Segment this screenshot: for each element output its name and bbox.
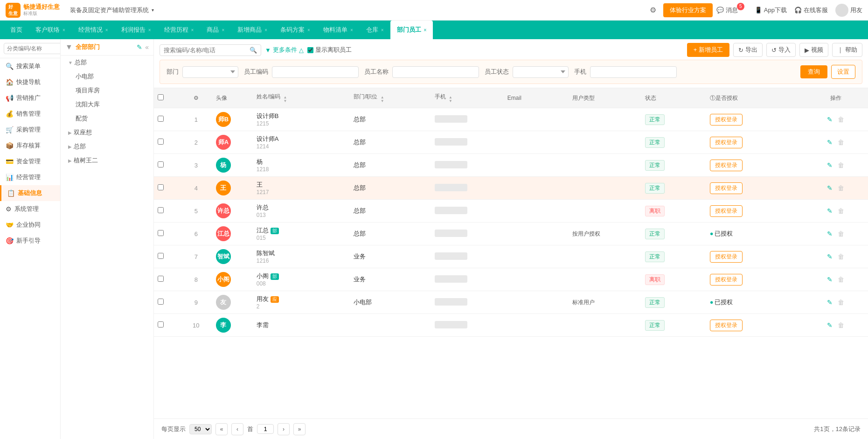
close-tab-icon[interactable]: × [222,28,224,33]
delete-button[interactable]: 🗑 [836,115,846,124]
nav-tab-商品[interactable]: 商品 × [200,21,231,39]
close-tab-icon[interactable]: × [148,28,151,33]
show-resigned-checkbox[interactable] [307,47,313,53]
sidebar-item-基础信息[interactable]: 📋 基础信息 [0,185,60,201]
emp-name-filter-input[interactable] [392,66,479,78]
select-all-checkbox[interactable] [158,94,164,100]
edit-button[interactable]: ✎ [825,321,834,330]
dept-collapse-btn[interactable]: « [145,43,149,51]
sort-dept-icon[interactable]: ▲▼ [381,96,384,103]
row-checkbox[interactable] [158,139,164,145]
close-tab-icon[interactable]: × [191,28,194,33]
set-button[interactable]: 设置 [831,65,855,79]
settings-icon-button[interactable]: ⚙ [646,4,660,17]
sidebar-item-采购管理[interactable]: 🛒 采购管理 [0,122,60,138]
dept-node-项目库房[interactable]: 项目库房 [61,84,153,98]
row-checkbox[interactable] [158,116,164,122]
close-tab-icon[interactable]: × [264,28,267,33]
delete-button[interactable]: 🗑 [836,298,846,307]
add-employee-button[interactable]: + 新增员工 [687,43,729,57]
edit-button[interactable]: ✎ [825,298,834,307]
auth-button[interactable]: 授权登录 [710,137,743,148]
prev-page-button[interactable]: ‹ [231,423,243,435]
sidebar-item-经营管理[interactable]: 📊 经营管理 [0,169,60,185]
all-dept-label[interactable]: 全部部门 [76,43,134,51]
row-checkbox[interactable] [158,207,164,213]
more-conditions-button[interactable]: ▼ 更多条件 △ [265,46,304,54]
nav-tab-经营历程[interactable]: 经营历程 × [158,21,201,39]
edit-button[interactable]: ✎ [825,229,834,238]
app-download-button[interactable]: 📱 App下载 [755,6,787,14]
nav-tab-利润报告[interactable]: 利润报告 × [115,21,158,39]
row-checkbox[interactable] [158,184,164,190]
dept-node-沈阳大库[interactable]: 沈阳大库 [61,98,153,111]
close-tab-icon[interactable]: × [424,28,427,33]
dept-filter-select[interactable] [182,66,238,78]
nav-tab-新增商品[interactable]: 新增商品 × [231,21,274,39]
user-avatar-button[interactable]: 用友 [835,4,862,17]
delete-button[interactable]: 🗑 [836,183,846,193]
row-checkbox[interactable] [158,299,164,305]
delete-button[interactable]: 🗑 [836,252,846,261]
emp-code-filter-input[interactable] [272,66,359,78]
row-checkbox[interactable] [158,276,164,282]
help-button[interactable]: ｜ 帮助 [832,43,862,57]
delete-button[interactable]: 🗑 [836,160,846,170]
auth-button[interactable]: 授权登录 [710,251,743,263]
row-checkbox[interactable] [158,161,164,167]
auth-button[interactable]: 授权登录 [710,182,743,194]
close-tab-icon[interactable]: × [350,28,353,33]
sidebar-item-营销推广[interactable]: 📢 营销推广 [0,90,60,106]
sidebar-search-input[interactable] [4,43,61,54]
delete-button[interactable]: 🗑 [836,206,846,216]
edit-button[interactable]: ✎ [825,275,834,284]
query-button[interactable]: 查询 [800,65,827,78]
nav-tab-物料清单[interactable]: 物料清单 × [317,21,360,39]
row-checkbox[interactable] [158,230,164,236]
phone-filter-input[interactable] [590,66,677,78]
sidebar-item-库存核算[interactable]: 📦 库存核算 [0,138,60,153]
nav-tab-仓库[interactable]: 仓库 × [360,21,390,39]
next-page-button[interactable]: › [278,423,290,435]
sidebar-item-系统管理[interactable]: ⚙ 系统管理 [0,201,60,217]
delete-button[interactable]: 🗑 [836,229,846,238]
nav-tab-部门员工[interactable]: 部门员工 × [390,21,433,39]
nav-tab-经营情况[interactable]: 经营情况 × [72,21,115,39]
sidebar-item-企业协同[interactable]: 🤝 企业协同 [0,217,60,233]
edit-button[interactable]: ✎ [825,115,834,124]
close-tab-icon[interactable]: × [105,28,108,33]
edit-button[interactable]: ✎ [825,160,834,170]
edit-button[interactable]: ✎ [825,252,834,261]
edit-button[interactable]: ✎ [825,183,834,193]
page-size-select[interactable]: 50 [189,424,212,434]
auth-button[interactable]: 授权登录 [710,205,743,217]
dept-collapse-icon[interactable]: ▼ [65,43,73,51]
sidebar-item-销售管理[interactable]: 💰 销售管理 [0,106,60,122]
first-page-button[interactable]: « [215,423,228,435]
last-page-button[interactable]: » [293,423,306,435]
dept-node-总部[interactable]: ▶ 总部 [61,139,153,153]
online-service-button[interactable]: 🎧 在线客服 [794,6,828,14]
sidebar-item-搜索菜单[interactable]: 🔍 搜索菜单 [0,58,60,74]
nav-tab-条码方案[interactable]: 条码方案 × [274,21,317,39]
auth-button[interactable]: 授权登录 [710,320,743,331]
search-input[interactable] [164,47,248,54]
dept-node-配货[interactable]: 配货 [61,111,153,125]
message-button[interactable]: 💬 消息 5 [716,6,747,14]
edit-button[interactable]: ✎ [825,206,834,216]
view-button[interactable]: ▶ 视频 [799,43,828,57]
sidebar-item-快捷导航[interactable]: 🏠 快捷导航 [0,74,60,90]
nav-tab-客户联络[interactable]: 客户联络 × [29,21,72,39]
close-tab-icon[interactable]: × [62,28,65,33]
export-button[interactable]: ↻ 导出 [733,43,763,57]
close-tab-icon[interactable]: × [381,28,384,33]
dept-node-植树王二[interactable]: ▶ 植树王二 [61,153,153,167]
row-checkbox[interactable] [158,253,164,259]
close-tab-icon[interactable]: × [307,28,310,33]
auth-button[interactable]: 授权登录 [710,160,743,171]
delete-button[interactable]: 🗑 [836,275,846,284]
page-number-input[interactable] [257,424,274,434]
dept-node-双座想[interactable]: ▶ 双座想 [61,125,153,139]
import-button[interactable]: ↺ 导入 [766,43,796,57]
delete-button[interactable]: 🗑 [836,138,846,147]
